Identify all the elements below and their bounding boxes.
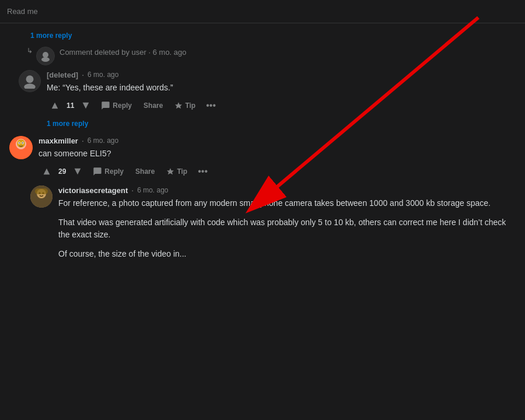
comment1-block: [deleted] · 6 mo. ago Me: “Yes, these ar… xyxy=(9,68,525,115)
comment1-vote-count: 11 xyxy=(65,102,75,110)
comment3-text: For reference, a photo captured from any… xyxy=(58,197,516,260)
svg-point-10 xyxy=(19,142,20,144)
comment1-upvote-button[interactable] xyxy=(47,99,63,113)
more-reply-top-link[interactable]: 1 more reply xyxy=(30,32,72,40)
comment-icon xyxy=(101,101,110,110)
comment2-downvote-button[interactable] xyxy=(69,164,86,178)
comment1-downvote-button[interactable] xyxy=(78,99,94,113)
comment2-action-bar: 29 Reply Share Tip xyxy=(38,164,516,178)
comment3-avatar-icon xyxy=(30,186,52,208)
comment2-comment-button[interactable]: Reply xyxy=(88,164,128,178)
comment1-username: [deleted] xyxy=(47,71,78,79)
deleted-comment-row: ↳ Comment deleted by user · 6 mo. ago xyxy=(18,44,525,68)
comment2-avatar xyxy=(9,136,33,159)
comment3-avatar xyxy=(30,186,52,208)
svg-marker-12 xyxy=(167,168,174,174)
svg-rect-17 xyxy=(35,188,48,194)
comment3-username: victoriasecretagent xyxy=(58,186,128,195)
comment3-block: victoriasecretagent · 6 mo. ago For refe… xyxy=(0,182,525,268)
comment2-header: maxkmiller · 6 mo. ago xyxy=(38,136,516,145)
svg-marker-4 xyxy=(176,102,183,108)
top-bar-text: Read me xyxy=(7,7,38,16)
comment2-avatar-icon xyxy=(9,136,33,159)
more-reply-middle-link[interactable]: 1 more reply xyxy=(47,120,88,128)
comment1-action-bar: 11 Reply Share Tip xyxy=(47,99,516,113)
svg-point-1 xyxy=(41,57,50,62)
comment1-comment-button[interactable]: Reply xyxy=(96,99,136,113)
comment2-username: maxkmiller xyxy=(38,136,78,145)
comment1-content: [deleted] · 6 mo. ago Me: “Yes, these ar… xyxy=(47,70,516,113)
deleted-comment-avatar xyxy=(36,47,55,65)
comment-icon xyxy=(93,167,102,176)
comment3-header: victoriasecretagent · 6 mo. ago xyxy=(58,186,516,195)
more-reply-middle-container: 1 more reply xyxy=(0,115,525,132)
comment1-avatar xyxy=(19,70,41,92)
comment2-more-button[interactable]: ••• xyxy=(194,164,211,178)
svg-point-3 xyxy=(24,83,36,89)
comment2-tip-button[interactable]: Tip xyxy=(162,165,192,178)
svg-point-11 xyxy=(22,142,23,144)
page-wrapper: Read me 1 more reply ↳ Comment deleted b… xyxy=(0,0,525,273)
deleted-comment-text: Comment deleted by user · 6 mo. ago xyxy=(60,47,187,58)
deleted-avatar-icon xyxy=(40,50,51,62)
comment1-timestamp: 6 mo. ago xyxy=(88,71,118,79)
top-bar: Read me xyxy=(0,0,525,23)
downvote-icon xyxy=(73,167,82,176)
downvote-icon xyxy=(81,101,90,110)
reply-arrow-icon: ↳ xyxy=(27,47,33,55)
comment1-tip-button[interactable]: Tip xyxy=(170,99,200,112)
upvote-icon xyxy=(50,101,60,110)
tip-icon xyxy=(174,102,183,110)
more-reply-top-container: 1 more reply xyxy=(0,28,525,44)
comment1-text: Me: “Yes, these are indeed words.” xyxy=(47,82,516,94)
comment3-content: victoriasecretagent · 6 mo. ago For refe… xyxy=(58,186,516,265)
comments-container: 1 more reply ↳ Comment deleted by user ·… xyxy=(0,23,525,273)
svg-point-0 xyxy=(43,52,48,58)
comment3-timestamp: 6 mo. ago xyxy=(137,186,168,194)
upvote-icon xyxy=(42,167,51,176)
comment2-vote-count: 29 xyxy=(57,167,67,176)
comment1-share-button[interactable]: Share xyxy=(139,99,167,112)
comment2-upvote-button[interactable] xyxy=(38,164,55,178)
comment2-block: maxkmiller · 6 mo. ago can someone ELI5?… xyxy=(0,132,525,182)
comment2-content: maxkmiller · 6 mo. ago can someone ELI5?… xyxy=(38,136,516,178)
comment2-share-button[interactable]: Share xyxy=(131,165,159,178)
comment2-text: can someone ELI5? xyxy=(38,148,516,160)
tip-icon xyxy=(166,167,174,176)
comment1-avatar-icon xyxy=(22,74,37,89)
comment2-timestamp: 6 mo. ago xyxy=(88,136,118,145)
svg-point-2 xyxy=(26,75,34,83)
comment1-more-button[interactable]: ••• xyxy=(202,99,219,113)
comment1-header: [deleted] · 6 mo. ago xyxy=(47,70,516,79)
